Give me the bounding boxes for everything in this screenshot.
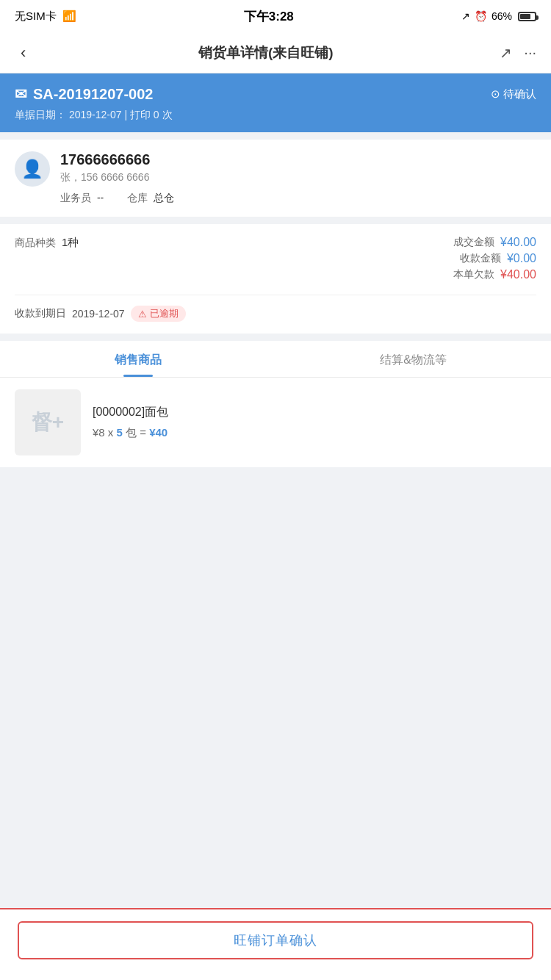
tab-settlement[interactable]: 结算&物流等	[276, 341, 551, 377]
customer-info: 17666666666 张，156 6666 6666 业务员 -- 仓库 总仓	[60, 151, 536, 205]
confirm-btn-area: 旺铺订单确认	[0, 908, 551, 980]
bottom-space	[0, 467, 551, 585]
divider	[15, 295, 536, 295]
receive-amount-row: 收款金额 ¥0.00	[453, 252, 536, 265]
customer-real-name: 张，156 6666 6666	[60, 171, 536, 184]
page-title: 销货单详情(来自旺铺)	[198, 43, 334, 62]
product-logo-text: 督+	[32, 412, 64, 433]
status-clock-icon: ⊙	[491, 87, 500, 101]
unit-price: ¥8	[93, 426, 105, 439]
warehouse-value: 总仓	[154, 192, 174, 203]
product-details: [0000002]面包 ¥8 x 5 包 = ¥40	[93, 405, 536, 440]
more-button[interactable]: ···	[524, 44, 536, 61]
deal-amount-value: ¥40.00	[500, 236, 536, 249]
time-display: 下午3:28	[244, 8, 294, 25]
tab-sales-products[interactable]: 销售商品	[0, 341, 276, 377]
print-count: 0	[154, 109, 159, 120]
order-status: ⊙ 待确认	[491, 87, 536, 101]
product-name: [0000002]面包	[93, 405, 536, 420]
equals-sign: =	[140, 426, 146, 439]
receive-amount-value: ¥0.00	[507, 252, 536, 265]
product-thumbnail: 督+	[15, 389, 81, 455]
status-right: ↗ ⏰ 66%	[461, 10, 536, 22]
warehouse-item: 仓库 总仓	[127, 192, 174, 205]
status-left: 无SIM卡 📶	[15, 10, 76, 24]
status-text: 待确认	[503, 87, 536, 101]
share-button[interactable]: ↗︎	[500, 44, 512, 62]
sales-value: --	[97, 192, 104, 203]
tabs-row: 销售商品 结算&物流等	[0, 341, 551, 377]
tab-settlement-label: 结算&物流等	[380, 353, 447, 366]
avatar-icon: 👤	[21, 159, 43, 179]
product-price-line: ¥8 x 5 包 = ¥40	[93, 426, 536, 440]
deal-amount-row: 成交金额 ¥40.00	[453, 236, 536, 249]
tab-sales-label: 销售商品	[115, 353, 162, 366]
order-number-text: SA-20191207-002	[33, 86, 153, 103]
battery-icon	[518, 12, 536, 21]
carrier-text: 无SIM卡	[15, 10, 57, 24]
product-type-value: 1种	[62, 236, 79, 248]
battery-text: 66%	[491, 10, 512, 22]
summary-card: 商品种类 1种 成交金额 ¥40.00 收款金额 ¥0.00 本单欠款 ¥40.…	[0, 224, 551, 334]
due-amount-row: 本单欠款 ¥40.00	[453, 268, 536, 281]
customer-card: 👤 17666666666 张，156 6666 6666 业务员 -- 仓库 …	[0, 140, 551, 217]
multiply-sign: x	[108, 426, 114, 439]
print-unit: 次	[162, 109, 173, 120]
customer-avatar: 👤	[15, 151, 50, 187]
order-number: ✉ SA-20191207-002	[15, 85, 153, 103]
quantity: 5	[117, 426, 123, 439]
due-date-value: 2019-12-07	[72, 308, 125, 320]
wifi-icon: 📶	[62, 10, 76, 23]
product-type-label: 商品种类	[15, 237, 56, 248]
due-amount-value: ¥40.00	[500, 268, 536, 281]
date-label: 单据日期：	[15, 109, 66, 120]
order-icon: ✉	[15, 85, 27, 103]
customer-meta: 业务员 -- 仓库 总仓	[60, 192, 536, 205]
location-icon: ↗	[461, 10, 470, 22]
product-item: 督+ [0000002]面包 ¥8 x 5 包 = ¥40	[15, 389, 536, 455]
order-date: 2019-12-07	[69, 109, 122, 120]
order-date-line: 单据日期： 2019-12-07 | 打印 0 次	[15, 109, 536, 122]
overdue-badge: ⚠ 已逾期	[131, 306, 186, 322]
alarm-icon: ⏰	[475, 10, 487, 22]
nav-bar: ‹ 销货单详情(来自旺铺) ↗︎ ···	[0, 32, 551, 73]
customer-phone: 17666666666	[60, 151, 536, 168]
product-logo: 督+	[32, 412, 64, 433]
sales-item: 业务员 --	[60, 192, 104, 205]
product-section: 督+ [0000002]面包 ¥8 x 5 包 = ¥40	[0, 378, 551, 467]
due-date-section: 收款到期日 2019-12-07 ⚠ 已逾期	[15, 306, 536, 322]
due-amount-label: 本单欠款	[453, 268, 494, 281]
status-bar: 无SIM卡 📶 下午3:28 ↗ ⏰ 66%	[0, 0, 551, 32]
overdue-icon: ⚠	[138, 309, 147, 320]
receive-amount-label: 收款金额	[460, 252, 501, 265]
back-button[interactable]: ‹	[15, 37, 32, 68]
amounts-section: 成交金额 ¥40.00 收款金额 ¥0.00 本单欠款 ¥40.00	[453, 236, 536, 284]
total-price: ¥40	[149, 426, 168, 439]
order-header: ✉ SA-20191207-002 ⊙ 待确认 单据日期： 2019-12-07…	[0, 73, 551, 132]
product-type-section: 商品种类 1种	[15, 236, 79, 250]
confirm-order-button[interactable]: 旺铺订单确认	[18, 921, 533, 959]
print-label: | 打印	[124, 109, 151, 120]
deal-amount-label: 成交金额	[453, 236, 494, 249]
unit-text: 包	[126, 426, 137, 439]
overdue-text: 已逾期	[150, 307, 179, 320]
sales-label: 业务员	[60, 192, 91, 203]
due-date-label: 收款到期日	[15, 307, 66, 320]
warehouse-label: 仓库	[127, 192, 148, 203]
tabs-section: 销售商品 结算&物流等	[0, 341, 551, 378]
nav-actions: ↗︎ ···	[500, 44, 536, 62]
